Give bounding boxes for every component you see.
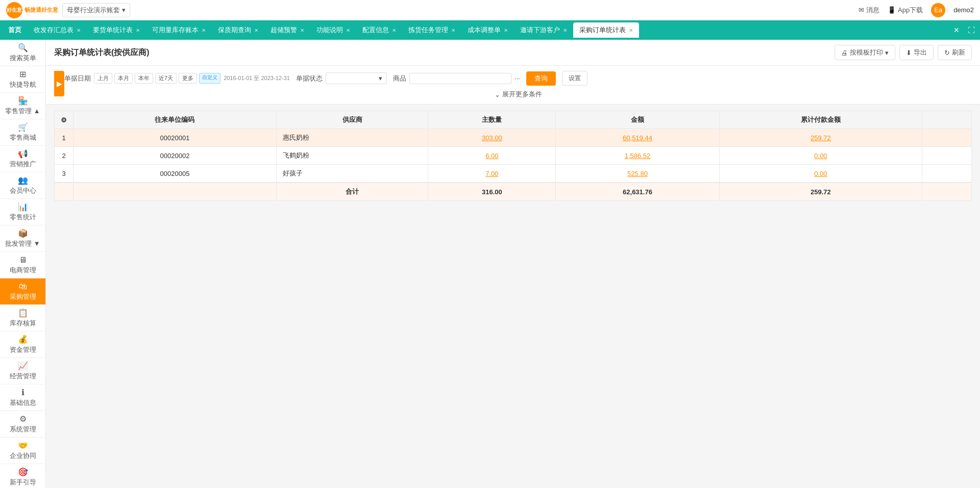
tab-成本[interactable]: 成本调整单 ✕ bbox=[461, 22, 514, 38]
tab-要货单-close[interactable]: ✕ bbox=[136, 28, 140, 33]
nav-expand-btn[interactable]: ⛶ bbox=[965, 25, 978, 35]
refresh-label: 刷新 bbox=[952, 48, 965, 57]
sidebar-item-basic[interactable]: ℹ 基础信息 bbox=[0, 384, 45, 411]
sidebar-item-marketing[interactable]: 📢 营销推广 bbox=[0, 146, 45, 172]
refresh-icon: ↻ bbox=[944, 49, 950, 57]
expand-label: 展开更多条件 bbox=[502, 90, 542, 99]
refresh-btn[interactable]: ↻ 刷新 bbox=[938, 45, 972, 60]
row-paid[interactable]: 259.72 bbox=[719, 129, 922, 147]
username: demo2 bbox=[953, 6, 974, 14]
tab-采购[interactable]: 采购订单统计表 ✕ bbox=[573, 22, 639, 38]
tab-保质期-close[interactable]: ✕ bbox=[254, 28, 258, 33]
page-header: 采购订单统计表(按供应商) 🖨 按模板打印 ▾ ⬇ 导出 ↻ 刷新 bbox=[46, 40, 980, 66]
print-btn[interactable]: 🖨 按模板打印 ▾ bbox=[835, 45, 895, 60]
tab-超储[interactable]: 超储预警 ✕ bbox=[264, 22, 310, 38]
shortcut-7days[interactable]: 近7天 bbox=[155, 73, 177, 84]
content-area: 采购订单统计表(按供应商) 🖨 按模板打印 ▾ ⬇ 导出 ↻ 刷新 bbox=[46, 40, 980, 488]
export-btn[interactable]: ⬇ 导出 bbox=[899, 45, 934, 60]
data-table: ⚙ 往来单位编码 供应商 主数量 金额 累计付款金额 1 00020001 惠氏… bbox=[54, 111, 972, 201]
tab-可用量[interactable]: 可用量库存账本 ✕ bbox=[146, 22, 212, 38]
marketing-icon: 📢 bbox=[18, 149, 28, 159]
tab-邀请[interactable]: 邀请下游客户 ✕ bbox=[514, 22, 573, 38]
shortcut-last-month[interactable]: 上月 bbox=[94, 73, 112, 84]
sidebar-item-retail-mgmt[interactable]: 🏪 零售管理 ▲ bbox=[0, 93, 45, 119]
tab-収発存[interactable]: 收发存汇总表 ✕ bbox=[28, 22, 87, 38]
row-paid[interactable]: 0.00 bbox=[719, 165, 922, 183]
tab-邀请-close[interactable]: ✕ bbox=[563, 28, 567, 33]
sidebar-item-retail-stats[interactable]: 📊 零售统计 bbox=[0, 199, 45, 225]
row-quantity[interactable]: 6.00 bbox=[428, 147, 556, 165]
custom-tag: 自定义 bbox=[199, 73, 220, 84]
sidebar-item-ops[interactable]: 📈 经营管理 bbox=[0, 358, 45, 384]
row-paid[interactable]: 0.00 bbox=[719, 147, 922, 165]
sidebar-item-retail-shop[interactable]: 🛒 零售商城 bbox=[0, 119, 45, 146]
tab-功能-close[interactable]: ✕ bbox=[346, 28, 350, 33]
th-quantity: 主数量 bbox=[428, 111, 556, 129]
sidebar-retail-shop-label: 零售商城 bbox=[10, 133, 36, 142]
sidebar-item-member[interactable]: 👥 会员中心 bbox=[0, 172, 45, 199]
sidebar-item-nav[interactable]: ⊞ 快捷导航 bbox=[0, 66, 45, 93]
sidebar-item-ecommerce[interactable]: 🖥 电商管理 bbox=[0, 252, 45, 278]
table-row[interactable]: 2 00020002 飞鹤奶粉 6.00 1,586.52 0.00 bbox=[55, 147, 972, 165]
tab-超储-label: 超储预警 bbox=[271, 25, 297, 35]
shortcut-more[interactable]: 更多 bbox=[179, 73, 197, 84]
row-amount[interactable]: 525.80 bbox=[556, 165, 719, 183]
sidebar-item-inventory[interactable]: 📋 库存核算 bbox=[0, 305, 45, 331]
nav-close-btn[interactable]: ✕ bbox=[950, 25, 963, 35]
filter-status-item: 单据状态 ▾ bbox=[296, 72, 387, 84]
tab-超储-close[interactable]: ✕ bbox=[300, 28, 304, 33]
sidebar-item-purchase[interactable]: 🛍 采购管理 bbox=[0, 278, 45, 305]
app-download-btn[interactable]: 📱 App下载 bbox=[888, 6, 923, 15]
row-supplier: 好孩子 bbox=[276, 165, 428, 183]
shortcut-this-year[interactable]: 本年 bbox=[135, 73, 153, 84]
status-select[interactable]: ▾ bbox=[326, 72, 387, 84]
footer-amount: 62,631.76 bbox=[556, 183, 719, 201]
row-quantity[interactable]: 303.00 bbox=[428, 129, 556, 147]
tab-可用量-close[interactable]: ✕ bbox=[202, 28, 206, 33]
settings-btn[interactable]: 设置 bbox=[562, 71, 587, 86]
sidebar-item-guide[interactable]: 🎯 新手引导 bbox=[0, 464, 45, 488]
collab-icon: 🤝 bbox=[18, 441, 28, 450]
sidebar-retail-stats-label: 零售统计 bbox=[10, 213, 36, 222]
row-amount[interactable]: 1,586.52 bbox=[556, 147, 719, 165]
workspace-selector[interactable]: 母婴行业演示账套 ▾ bbox=[62, 3, 130, 17]
sidebar-retail-mgmt-label: 零售管理 ▲ bbox=[5, 107, 40, 116]
tab-配置-close[interactable]: ✕ bbox=[392, 28, 396, 33]
tab-邀请-label: 邀请下游客户 bbox=[520, 25, 560, 35]
user-avatar[interactable]: Ea bbox=[931, 3, 945, 17]
goods-more-icon[interactable]: ··· bbox=[514, 74, 520, 82]
goods-label: 商品 bbox=[393, 74, 406, 83]
retail-shop-icon: 🛒 bbox=[18, 122, 28, 132]
tab-成本-close[interactable]: ✕ bbox=[504, 28, 508, 33]
tab-拣货-close[interactable]: ✕ bbox=[451, 28, 455, 33]
tab-功能[interactable]: 功能说明 ✕ bbox=[310, 22, 356, 38]
nav-tabs: 首页 收发存汇总表 ✕ 要货单统计表 ✕ 可用量库存账本 ✕ 保质期查询 ✕ 超… bbox=[0, 20, 980, 40]
row-quantity[interactable]: 7.00 bbox=[428, 165, 556, 183]
status-label: 单据状态 bbox=[296, 74, 323, 83]
row-code: 00020002 bbox=[74, 147, 277, 165]
tab-保质期[interactable]: 保质期查询 ✕ bbox=[212, 22, 264, 38]
tab-配置[interactable]: 配置信息 ✕ bbox=[356, 22, 402, 38]
shortcut-this-month[interactable]: 本月 bbox=[114, 73, 133, 84]
expand-sidebar-btn[interactable]: ▶ bbox=[54, 71, 64, 96]
sidebar-item-wholesale[interactable]: 📦 批发管理 ▼ bbox=[0, 225, 45, 252]
row-amount[interactable]: 60,519.44 bbox=[556, 129, 719, 147]
tab-収発存-close[interactable]: ✕ bbox=[77, 28, 81, 33]
sidebar-item-finance[interactable]: 💰 资金管理 bbox=[0, 331, 45, 358]
expand-more-btn[interactable]: ⌄ 展开更多条件 bbox=[495, 90, 542, 99]
nav-icon: ⊞ bbox=[19, 69, 26, 79]
table-row[interactable]: 1 00020001 惠氏奶粉 303.00 60,519.44 259.72 bbox=[55, 129, 972, 147]
tab-拣货[interactable]: 拣货任务管理 ✕ bbox=[402, 22, 461, 38]
filter-section: ▶ 单据日期 上月 本月 本年 近7天 更多 自定义 bbox=[54, 71, 972, 99]
tab-采购-close[interactable]: ✕ bbox=[629, 28, 633, 33]
table-row[interactable]: 3 00020005 好孩子 7.00 525.80 0.00 bbox=[55, 165, 972, 183]
goods-input[interactable] bbox=[409, 73, 511, 84]
query-btn[interactable]: 查询 bbox=[526, 71, 556, 86]
sidebar-item-collab[interactable]: 🤝 企业协同 bbox=[0, 438, 45, 464]
message-btn[interactable]: ✉ 消息 bbox=[859, 6, 879, 15]
basic-icon: ℹ bbox=[21, 388, 24, 397]
sidebar-item-system[interactable]: ⚙ 系统管理 bbox=[0, 411, 45, 438]
sidebar-item-search[interactable]: 🔍 搜索英单 bbox=[0, 40, 45, 66]
tab-要货单[interactable]: 要货单统计表 ✕ bbox=[87, 22, 146, 38]
tab-home[interactable]: 首页 bbox=[2, 22, 28, 38]
